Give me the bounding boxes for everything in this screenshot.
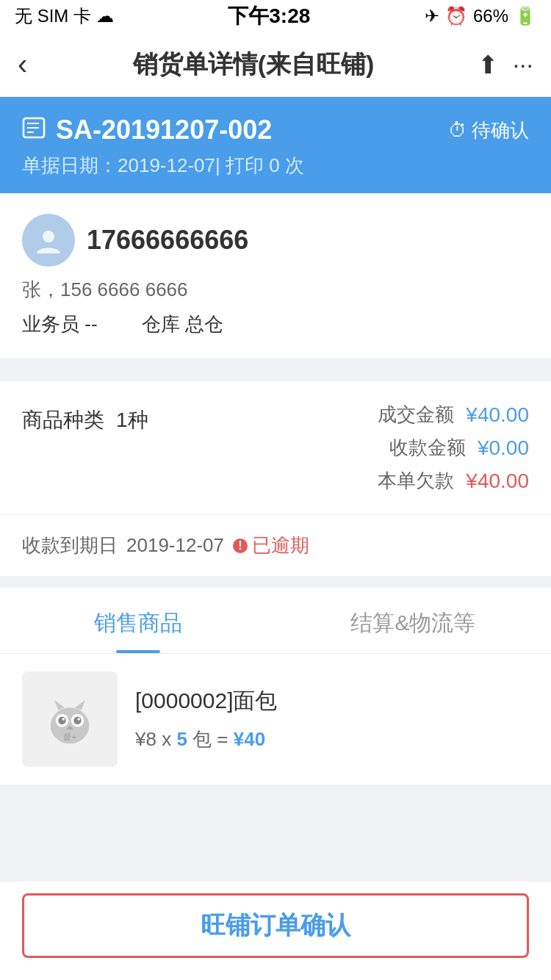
product-total: ¥40 bbox=[234, 728, 265, 750]
svg-point-9 bbox=[73, 717, 82, 725]
customer-name: 张，156 6666 6666 bbox=[22, 277, 529, 303]
customer-card: 17666666666 张，156 6666 6666 业务员 -- 仓库 总仓 bbox=[0, 193, 551, 358]
overdue-icon: ! bbox=[233, 538, 248, 553]
warehouse-item: 仓库 总仓 bbox=[142, 311, 223, 337]
tab-sales-products[interactable]: 销售商品 bbox=[0, 588, 276, 653]
alarm-icon: ⏰ bbox=[445, 6, 467, 26]
debt-row: 本单欠款 ¥40.00 bbox=[378, 468, 529, 494]
sales-item: 业务员 -- bbox=[22, 311, 98, 337]
bottom-button-wrapper: 旺铺订单确认 bbox=[0, 882, 551, 980]
location-icon: ✈ bbox=[425, 6, 439, 26]
product-name: [0000002]面包 bbox=[135, 686, 529, 716]
order-header: SA-20191207-002 ⏱ 待确认 单据日期：2019-12-07| 打… bbox=[0, 97, 551, 193]
stats-card: 商品种类 1种 成交金额 ¥40.00 收款金额 ¥0.00 本单欠款 ¥40.… bbox=[0, 381, 551, 514]
received-row: 收款金额 ¥0.00 bbox=[389, 435, 529, 461]
tab-settlement-logistics[interactable]: 结算&物流等 bbox=[276, 588, 551, 653]
svg-text:督+: 督+ bbox=[63, 732, 76, 741]
back-button[interactable]: ‹ bbox=[18, 48, 62, 81]
avatar bbox=[22, 214, 75, 267]
status-right: ✈ ⏰ 66% 🔋 bbox=[425, 6, 536, 26]
customer-phone: 17666666666 bbox=[87, 225, 248, 256]
transaction-row: 成交金额 ¥40.00 bbox=[378, 402, 529, 428]
confirm-order-button[interactable]: 旺铺订单确认 bbox=[22, 893, 529, 958]
svg-marker-14 bbox=[75, 700, 85, 710]
tabs-row: 销售商品 结算&物流等 bbox=[0, 588, 551, 654]
product-thumbnail: 督+ bbox=[22, 671, 118, 767]
order-date: 单据日期：2019-12-07| 打印 0 次 bbox=[22, 153, 529, 179]
tabs-container: 销售商品 结算&物流等 督+ bbox=[0, 588, 551, 785]
svg-point-11 bbox=[78, 718, 81, 721]
status-bar: 无 SIM 卡 ☁ 下午3:28 ✈ ⏰ 66% 🔋 bbox=[0, 0, 551, 32]
nav-actions: ⬆ ··· bbox=[445, 50, 533, 79]
clock-icon: ⏱ bbox=[448, 119, 467, 142]
sim-label: 无 SIM 卡 ☁ bbox=[15, 4, 114, 28]
stats-right: 成交金额 ¥40.00 收款金额 ¥0.00 本单欠款 ¥40.00 bbox=[378, 402, 529, 494]
received-value: ¥0.00 bbox=[478, 436, 529, 460]
status-time: 下午3:28 bbox=[228, 2, 310, 30]
order-status: ⏱ 待确认 bbox=[448, 118, 529, 143]
svg-point-10 bbox=[62, 718, 65, 721]
product-quantity: 5 bbox=[176, 728, 187, 750]
status-left: 无 SIM 卡 ☁ bbox=[15, 4, 114, 28]
transaction-value: ¥40.00 bbox=[466, 403, 529, 427]
share-icon[interactable]: ⬆ bbox=[478, 50, 498, 79]
page-title: 销货单详情(来自旺铺) bbox=[62, 48, 445, 82]
nav-bar: ‹ 销货单详情(来自旺铺) ⬆ ··· bbox=[0, 32, 551, 97]
more-icon[interactable]: ··· bbox=[513, 50, 533, 79]
order-id: SA-20191207-002 bbox=[22, 115, 272, 145]
svg-point-4 bbox=[43, 231, 54, 242]
product-price: ¥8 x 5 包 = ¥40 bbox=[135, 727, 529, 752]
stats-left: 商品种类 1种 bbox=[22, 402, 378, 434]
divider-1 bbox=[0, 370, 551, 381]
product-info: [0000002]面包 ¥8 x 5 包 = ¥40 bbox=[135, 686, 529, 752]
overdue-badge: ! 已逾期 bbox=[233, 533, 309, 558]
battery-icon: 🔋 bbox=[514, 6, 536, 26]
debt-value: ¥40.00 bbox=[466, 469, 529, 493]
product-item: 督+ [0000002]面包 ¥8 x 5 包 = ¥40 bbox=[0, 654, 551, 785]
svg-marker-13 bbox=[54, 700, 65, 710]
svg-point-8 bbox=[58, 717, 66, 725]
customer-meta: 业务员 -- 仓库 总仓 bbox=[22, 311, 529, 337]
due-date-card: 收款到期日 2019-12-07 ! 已逾期 bbox=[0, 514, 551, 576]
order-doc-icon bbox=[22, 115, 48, 145]
battery-label: 66% bbox=[473, 6, 508, 26]
